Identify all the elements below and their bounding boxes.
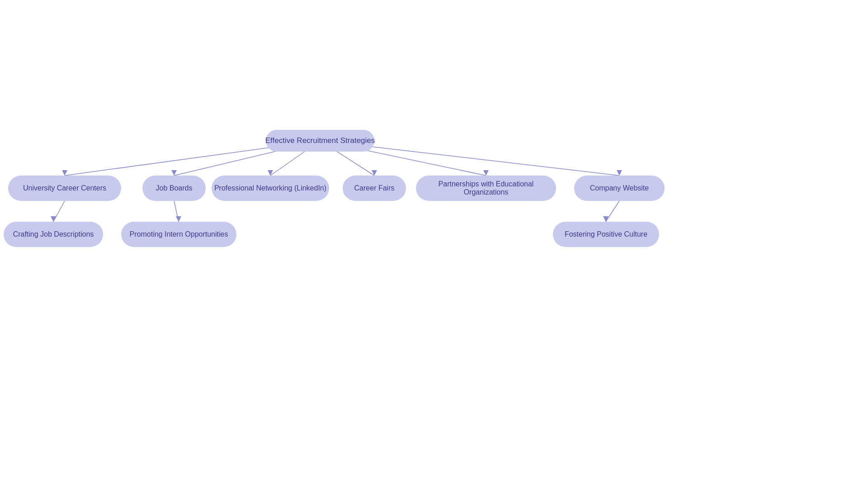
svg-line-12 — [53, 201, 65, 222]
node-companywebsite: Company Website — [574, 176, 665, 201]
node-partnerships: Partnerships with Educational Organizati… — [416, 176, 556, 201]
svg-marker-7 — [171, 170, 177, 176]
svg-marker-11 — [617, 170, 622, 176]
svg-marker-17 — [603, 216, 609, 222]
node-university: University Career Centers — [8, 176, 121, 201]
svg-marker-9 — [372, 170, 377, 176]
svg-marker-10 — [483, 170, 489, 176]
node-fostering: Fostering Positive Culture — [553, 222, 659, 247]
node-careerfairs: Career Fairs — [343, 176, 406, 201]
svg-line-14 — [174, 201, 179, 222]
node-crafting: Crafting Job Descriptions — [4, 222, 103, 247]
node-promoting: Promoting Intern Opportunities — [121, 222, 236, 247]
svg-marker-6 — [62, 170, 67, 176]
svg-line-16 — [606, 201, 619, 222]
root-node: Effective Recruitment Strategies — [266, 130, 374, 152]
node-linkedin: Professional Networking (LinkedIn) — [212, 176, 329, 201]
svg-marker-8 — [268, 170, 273, 176]
svg-marker-13 — [51, 216, 56, 222]
diagram-container: Effective Recruitment Strategies Univers… — [0, 0, 868, 490]
node-jobboards: Job Boards — [142, 176, 206, 201]
svg-marker-15 — [176, 216, 181, 222]
